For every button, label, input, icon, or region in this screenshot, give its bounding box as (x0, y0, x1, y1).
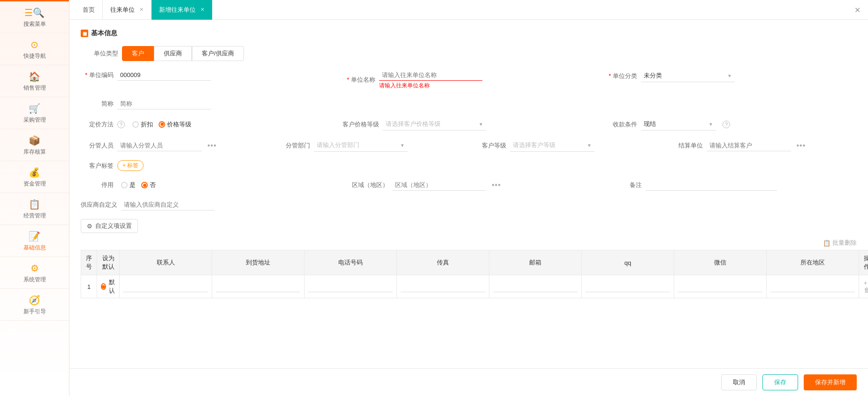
sidebar-item-guide[interactable]: 🧭 新手引导 (0, 289, 69, 321)
sidebar-item-label: 快捷导航 (23, 52, 46, 60)
radio-discount-label: 折扣 (141, 120, 153, 129)
form-footer: 取消 保存 保存并新增 (69, 368, 868, 396)
radio-stop-yes[interactable]: 是 (121, 181, 136, 189)
customer-price-label: 客户价格等级 (343, 120, 379, 129)
sidebar-item-basic[interactable]: 📝 基础信息 (0, 225, 69, 257)
radio-grade[interactable]: 价格等级 (159, 120, 191, 129)
radio-grade-circle (159, 121, 165, 128)
radio-stop-no[interactable]: 否 (141, 181, 156, 189)
tab-counterpart[interactable]: 往来单位 ✕ (103, 0, 152, 20)
row-email[interactable] (489, 275, 582, 298)
section-title: 基本信息 (91, 29, 117, 38)
unit-name-input[interactable] (379, 70, 482, 81)
chevron-icon3: ▼ (708, 122, 713, 127)
settlement-more-icon[interactable]: ••• (797, 141, 806, 150)
sidebar: ☰🔍 搜索菜单 ⊙ 快捷导航 🏠 销售管理 🛒 采购管理 📦 库存核算 💰 资金… (0, 0, 69, 396)
form-row-2: 简称 (81, 98, 857, 109)
tab-new-counterpart[interactable]: 新增往来单位 ✕ (152, 0, 213, 20)
remark-input[interactable] (646, 179, 777, 191)
custom-settings-button[interactable]: ⚙ 自定义项设置 (81, 219, 138, 233)
sidebar-item-inventory[interactable]: 📦 库存核算 (0, 129, 69, 161)
row-contact[interactable] (120, 275, 212, 298)
guide-icon: 🧭 (29, 295, 40, 306)
close-all-tabs[interactable]: ✕ (854, 5, 860, 14)
sidebar-item-system[interactable]: ⚙ 系统管理 (0, 257, 69, 289)
sidebar-item-sales[interactable]: 🏠 销售管理 (0, 65, 69, 97)
radio-stop-yes-circle (121, 182, 128, 188)
search-icon: ☰🔍 (24, 7, 45, 18)
row-default-dot (102, 285, 105, 288)
customer-price-select[interactable]: 请选择客户价格等级 ▼ (383, 118, 486, 131)
row-region[interactable] (767, 275, 859, 298)
cancel-button[interactable]: 取消 (721, 374, 757, 390)
close-tab-counterpart[interactable]: ✕ (139, 7, 144, 13)
stop-radio-group: 是 否 (121, 181, 156, 189)
unit-type-both[interactable]: 客户/供应商 (192, 46, 244, 61)
supplier-custom-input[interactable] (121, 199, 215, 210)
unit-type-supplier[interactable]: 供应商 (154, 46, 192, 61)
unit-code-group: 单位编码 (81, 70, 333, 81)
sidebar-item-label: 采购管理 (23, 116, 46, 124)
unit-type-row: 单位类型 客户 供应商 客户/供应商 (81, 46, 857, 61)
short-name-input[interactable] (117, 98, 211, 109)
section-icon: ▣ (81, 30, 88, 37)
col-phone: 电话号码 (305, 250, 397, 275)
area-input[interactable] (392, 179, 486, 191)
col-address: 到货地址 (212, 250, 305, 275)
add-row-icon[interactable]: + (864, 280, 868, 287)
dept-group: 分管部门 请输入分管部门 ▼ (277, 139, 464, 152)
unit-type-customer[interactable]: 客户 (122, 46, 154, 61)
tab-home[interactable]: 首页 (75, 0, 103, 20)
row-phone[interactable] (305, 275, 397, 298)
customer-level-label: 客户等级 (473, 141, 506, 150)
gear-icon: ⚙ (87, 223, 92, 230)
stop-group: 停用 是 否 (81, 181, 328, 189)
close-tab-new-counterpart[interactable]: ✕ (200, 7, 205, 13)
col-operation: 操作 (859, 250, 868, 275)
row-default-circle (101, 283, 106, 290)
col-region: 所在地区 (767, 250, 859, 275)
sidebar-item-label: 库存核算 (23, 148, 46, 156)
table-header: 序号 设为默认 联系人 到货地址 电话号码 传真 邮箱 qq 微信 所在地区 操… (81, 250, 868, 275)
sidebar-item-label: 经营管理 (23, 212, 46, 220)
settlement-unit-input[interactable] (707, 140, 791, 151)
payment-terms-help-icon[interactable]: ? (723, 121, 730, 128)
row-address[interactable] (212, 275, 305, 298)
customer-level-select[interactable]: 请选择客户等级 ▼ (510, 139, 594, 152)
sidebar-item-purchase[interactable]: 🛒 采购管理 (0, 97, 69, 129)
sidebar-item-search[interactable]: ☰🔍 搜索菜单 (0, 1, 69, 33)
area-more-icon[interactable]: ••• (492, 181, 501, 189)
chevron-icon: ▼ (727, 73, 732, 78)
finance-icon: 💰 (29, 167, 40, 178)
dept-placeholder: 请输入分管部门 (317, 141, 398, 149)
save-button[interactable]: 保存 (762, 374, 798, 390)
unit-category-select[interactable]: 未分类 ▼ (641, 70, 735, 82)
manager-more-icon[interactable]: ••• (207, 141, 217, 150)
payment-terms-select[interactable]: 现结 ▼ (641, 118, 716, 131)
sidebar-item-operation[interactable]: 📋 经营管理 (0, 193, 69, 225)
dept-label: 分管部门 (277, 141, 310, 150)
unit-code-input[interactable] (117, 70, 211, 81)
batch-delete-label[interactable]: 批量删除 (832, 239, 857, 247)
chevron-icon4: ▼ (400, 143, 405, 148)
delete-row-icon[interactable]: 🗑 (864, 287, 868, 294)
form-row-5: 客户标签 + 标签 (81, 160, 857, 171)
row-default-radio[interactable]: 默认 (101, 278, 115, 295)
sidebar-item-quick-nav[interactable]: ⊙ 快捷导航 (0, 33, 69, 65)
row-qq[interactable] (582, 275, 674, 298)
add-tag-button[interactable]: + 标签 (117, 160, 144, 171)
dept-select[interactable]: 请输入分管部门 ▼ (314, 139, 408, 152)
row-index: 1 (81, 275, 97, 298)
row-wechat[interactable] (674, 275, 767, 298)
row-fax[interactable] (397, 275, 489, 298)
system-icon: ⚙ (30, 263, 39, 274)
col-email: 邮箱 (489, 250, 582, 275)
table-header-row: 序号 设为默认 联系人 到货地址 电话号码 传真 邮箱 qq 微信 所在地区 操… (81, 250, 868, 275)
radio-discount[interactable]: 折扣 (132, 120, 153, 129)
manager-input[interactable] (117, 140, 202, 151)
unit-category-label: 单位分类 (604, 72, 637, 80)
save-new-button[interactable]: 保存并新增 (804, 374, 857, 390)
sidebar-item-finance[interactable]: 💰 资金管理 (0, 161, 69, 193)
pricing-help-icon[interactable]: ? (117, 121, 125, 128)
radio-grade-label: 价格等级 (167, 120, 191, 129)
